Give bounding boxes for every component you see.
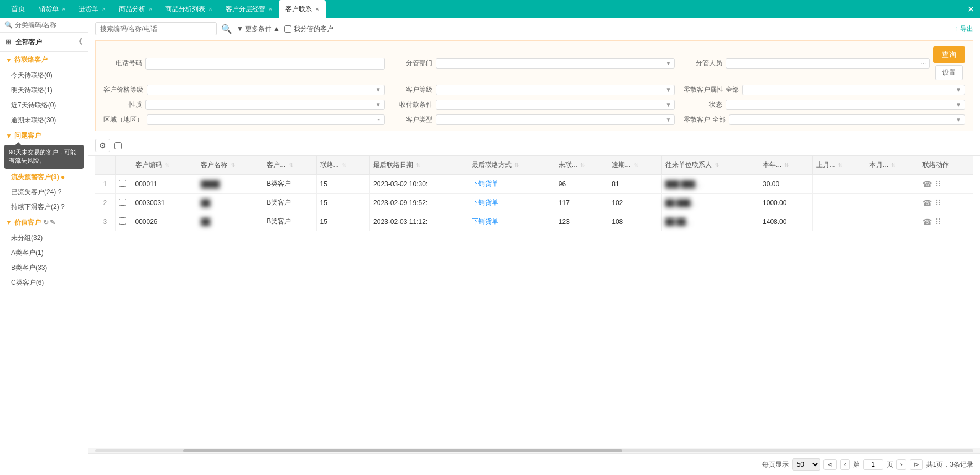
row-no-contact: 117 bbox=[555, 194, 608, 212]
more-action-icon[interactable]: ⠿ bbox=[935, 180, 941, 189]
sidebar-item-b-class[interactable]: B类客户(33) bbox=[0, 260, 88, 275]
row-code: 000026 bbox=[132, 212, 197, 231]
horizontal-scrollbar[interactable] bbox=[88, 448, 980, 453]
col-this-year[interactable]: 本年... ⇅ bbox=[759, 156, 812, 175]
edit-icon[interactable]: ✎ bbox=[50, 218, 55, 226]
close-icon[interactable]: × bbox=[62, 6, 65, 12]
per-page-select[interactable]: 50 20 100 bbox=[792, 458, 820, 471]
row-last-way[interactable]: 下销货单 bbox=[468, 212, 555, 231]
collapse-icon[interactable]: 《 bbox=[75, 37, 82, 47]
table-row: 1 000011 ████ B类客户 15 2023-03-02 10:30: … bbox=[95, 175, 973, 194]
nav-home[interactable]: 首页 bbox=[4, 0, 32, 18]
filter-price-level-select[interactable]: ▼ bbox=[147, 85, 385, 95]
nav-tab-analysis[interactable]: 商品分析 × bbox=[112, 0, 159, 18]
chevron-down-icon: ▼ bbox=[956, 87, 961, 93]
my-customer-checkbox[interactable] bbox=[284, 25, 291, 33]
col-last-date[interactable]: 最后联络日期 ⇅ bbox=[370, 156, 468, 175]
sidebar-all-customers[interactable]: ⊞ 全部客户 《 bbox=[0, 33, 88, 52]
query-button[interactable]: 查询 bbox=[933, 46, 965, 63]
row-last-date: 2023-02-03 11:12: bbox=[370, 212, 468, 231]
row-checkbox[interactable] bbox=[115, 212, 132, 231]
sidebar-item-ungroup[interactable]: 未分组(32) bbox=[0, 231, 88, 246]
filter-phone-input[interactable] bbox=[145, 58, 385, 70]
chevron-down-icon: ▼ bbox=[956, 117, 961, 123]
more-action-icon[interactable]: ⠿ bbox=[935, 217, 941, 226]
nav-tab-sales[interactable]: 销货单 × bbox=[32, 0, 72, 18]
col-contact[interactable]: 联络... ⇅ bbox=[316, 156, 369, 175]
prev-page-button[interactable]: ‹ bbox=[840, 459, 850, 470]
sidebar-item-overdue[interactable]: 逾期未联络(30) bbox=[0, 113, 88, 128]
nav-tab-customer-contact[interactable]: 客户联系 × bbox=[279, 0, 325, 18]
sidebar-group-pending[interactable]: ▼ 待联络客户 bbox=[0, 52, 88, 68]
nav-tab-analysis-list[interactable]: 商品分析列表 × bbox=[159, 0, 218, 18]
filter-status-select[interactable]: ▼ bbox=[726, 100, 965, 110]
sidebar-item-7days[interactable]: 近7天待联络(0) bbox=[0, 98, 88, 113]
col-code[interactable]: 客户编码 ⇅ bbox=[132, 156, 197, 175]
col-type[interactable]: 客户... ⇅ bbox=[263, 156, 316, 175]
row-unit-contact: ██ ███... bbox=[661, 194, 759, 212]
select-all-checkbox[interactable] bbox=[114, 142, 122, 149]
filter-nature-select[interactable]: ▼ bbox=[145, 100, 385, 110]
filter-region-select[interactable]: ··· bbox=[147, 114, 385, 125]
filter-dept-select[interactable]: ▼ bbox=[436, 58, 675, 69]
filter-payment-select[interactable]: ▼ bbox=[436, 100, 675, 110]
col-last-month[interactable]: 上月... ⇅ bbox=[812, 156, 866, 175]
close-icon[interactable]: × bbox=[315, 6, 319, 12]
sidebar-item-today[interactable]: 今天待联络(0) bbox=[0, 68, 88, 83]
sidebar-item-c-class[interactable]: C类客户(6) bbox=[0, 275, 88, 290]
sidebar-search-input[interactable] bbox=[15, 21, 84, 29]
row-last-way[interactable]: 下销货单 bbox=[468, 175, 555, 194]
row-this-month bbox=[866, 212, 919, 231]
contact-icon[interactable]: ☎ bbox=[922, 217, 932, 226]
filter-scattered-attr-select[interactable]: ▼ bbox=[742, 85, 965, 95]
first-page-button[interactable]: ⊲ bbox=[823, 459, 837, 470]
row-checkbox[interactable] bbox=[115, 175, 132, 194]
filter-person-select[interactable]: ··· bbox=[726, 58, 930, 69]
sort-icon: ⇅ bbox=[342, 162, 346, 168]
col-overdue[interactable]: 逾期... ⇅ bbox=[608, 156, 661, 175]
nav-tab-customer-segment[interactable]: 客户分层经营 × bbox=[219, 0, 279, 18]
nav-tab-purchase[interactable]: 进货单 × bbox=[72, 0, 112, 18]
close-icon[interactable]: × bbox=[269, 6, 272, 12]
close-icon[interactable]: × bbox=[102, 6, 105, 12]
last-page-button[interactable]: ⊳ bbox=[910, 459, 923, 470]
filter-scattered-select[interactable]: ▼ bbox=[729, 114, 965, 125]
col-unit-contact[interactable]: 往来单位联系人 ⇅ bbox=[661, 156, 759, 175]
sidebar-item-already-churned[interactable]: 已流失客户(24) ? bbox=[0, 185, 88, 200]
scrollbar-thumb[interactable] bbox=[183, 449, 622, 452]
sidebar-group-value[interactable]: ▼ 价值客户 ↻ ✎ bbox=[0, 215, 88, 231]
sidebar-item-churn-warning[interactable]: 流失预警客户(3) ● bbox=[0, 170, 88, 185]
col-last-way[interactable]: 最后联络方式 ⇅ bbox=[468, 156, 555, 175]
filter-search-input[interactable] bbox=[95, 22, 217, 35]
col-name[interactable]: 客户名称 ⇅ bbox=[197, 156, 263, 175]
row-checkbox[interactable] bbox=[115, 194, 132, 212]
contact-icon[interactable]: ☎ bbox=[922, 199, 932, 207]
sidebar-item-declining[interactable]: 持续下滑客户(2) ? bbox=[0, 200, 88, 215]
chevron-down-icon: ▼ bbox=[376, 102, 381, 108]
export-button[interactable]: ↑ 导出 bbox=[955, 24, 973, 34]
table-settings-button[interactable]: ⚙ bbox=[95, 139, 110, 152]
more-action-icon[interactable]: ⠿ bbox=[935, 199, 941, 207]
contact-icon[interactable]: ☎ bbox=[922, 180, 932, 189]
next-page-button[interactable]: › bbox=[896, 459, 906, 470]
my-customer-checkbox-label[interactable]: 我分管的客户 bbox=[284, 24, 333, 34]
sidebar-item-tomorrow[interactable]: 明天待联络(1) bbox=[0, 83, 88, 98]
sidebar-group-problem[interactable]: ▼ 问题客户 bbox=[0, 128, 88, 144]
page-number-input[interactable] bbox=[863, 459, 883, 470]
row-last-way[interactable]: 下销货单 bbox=[468, 194, 555, 212]
close-icon[interactable]: × bbox=[208, 6, 212, 12]
question-icon: ? bbox=[58, 188, 62, 196]
more-filter-button[interactable]: ▼ 更多条件 ▲ bbox=[237, 24, 280, 34]
window-close-button[interactable]: ✕ bbox=[967, 4, 974, 14]
filter-search-button[interactable]: 🔍 bbox=[221, 24, 232, 34]
refresh-icon[interactable]: ↻ bbox=[43, 218, 49, 226]
settings-button[interactable]: 设置 bbox=[935, 65, 963, 80]
sidebar-item-a-class[interactable]: A类客户(1) bbox=[0, 246, 88, 260]
row-overdue: 81 bbox=[608, 175, 661, 194]
filter-customer-type-select[interactable]: ▼ bbox=[436, 114, 675, 125]
filter-grade-select[interactable]: ▼ bbox=[436, 85, 675, 95]
close-icon[interactable]: × bbox=[149, 6, 152, 12]
col-no-contact[interactable]: 未联... ⇅ bbox=[555, 156, 608, 175]
col-this-month[interactable]: 本月... ⇅ bbox=[866, 156, 919, 175]
arrow-down-icon: ▼ bbox=[6, 218, 12, 226]
